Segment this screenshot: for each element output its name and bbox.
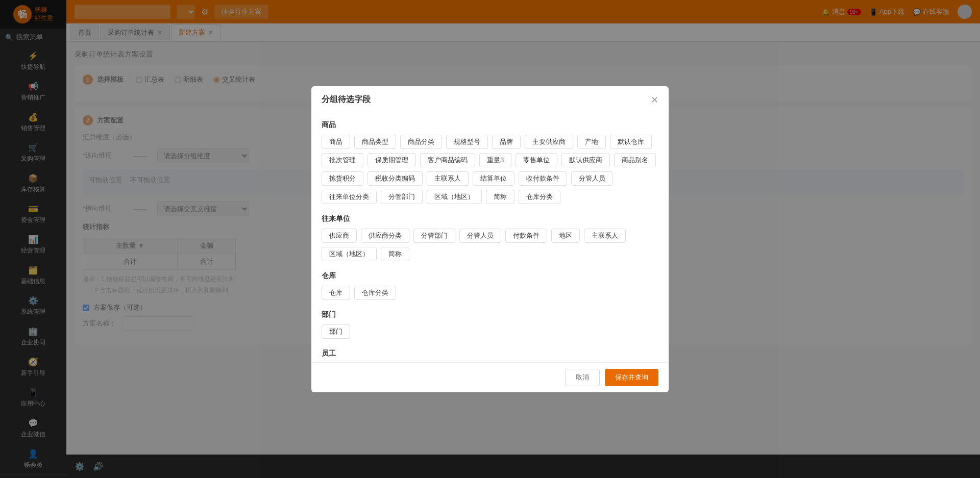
section-product-title: 商品 — [322, 120, 658, 130]
field-product[interactable]: 商品 — [322, 135, 350, 149]
field-short2[interactable]: 简称 — [381, 247, 409, 261]
field-dept-field[interactable]: 部门 — [322, 324, 350, 339]
modal-footer: 取消 保存并查询 — [311, 362, 669, 392]
field-main-supplier[interactable]: 主要供应商 — [525, 135, 573, 149]
field-spec-type[interactable]: 规格型号 — [446, 135, 488, 149]
field-contact[interactable]: 主联系人 — [584, 229, 626, 243]
modal-overlay: 分组待选字段 ✕ 商品 商品 商品类型 商品分类 规格型号 品牌 主要供应商 产… — [0, 0, 980, 478]
section-department-grid: 部门 — [322, 324, 658, 339]
section-warehouse-title: 仓库 — [322, 271, 658, 281]
field-mgmt-dept[interactable]: 分管部门 — [381, 190, 423, 204]
field-brand[interactable]: 品牌 — [492, 135, 521, 149]
field-region-area[interactable]: 区域（地区） — [427, 190, 482, 204]
field-from-unit-category[interactable]: 往来单位分类 — [322, 190, 377, 204]
section-department: 部门 部门 — [322, 310, 658, 339]
modal-save-button[interactable]: 保存并查询 — [605, 369, 658, 386]
field-primary-contact[interactable]: 主联系人 — [427, 171, 469, 186]
field-product-type[interactable]: 商品类型 — [354, 135, 396, 149]
field-dept-person[interactable]: 分管人员 — [459, 229, 501, 243]
field-region2[interactable]: 区域（地区） — [322, 247, 377, 261]
section-warehouse: 仓库 仓库 仓库分类 — [322, 271, 658, 300]
modal-close-button[interactable]: ✕ — [651, 94, 658, 106]
field-payment-cond[interactable]: 付款条件 — [505, 229, 547, 243]
section-warehouse-grid: 仓库 仓库分类 — [322, 286, 658, 300]
field-product-category[interactable]: 商品分类 — [400, 135, 442, 149]
field-payment-terms[interactable]: 收付款条件 — [519, 171, 567, 186]
section-employee: 员工 业务员 — [322, 349, 658, 362]
field-select-modal: 分组待选字段 ✕ 商品 商品 商品类型 商品分类 规格型号 品牌 主要供应商 产… — [311, 86, 669, 392]
field-manager[interactable]: 分管人员 — [571, 171, 613, 186]
section-employee-title: 员工 — [322, 349, 658, 358]
field-settlement-unit[interactable]: 结算单位 — [473, 171, 514, 186]
section-partner: 往来单位 供应商 供应商分类 分管部门 分管人员 付款条件 地区 主联系人 区域… — [322, 214, 658, 261]
field-area[interactable]: 地区 — [551, 229, 580, 243]
field-default-supplier[interactable]: 默认供应商 — [561, 153, 610, 167]
field-short-name[interactable]: 简称 — [486, 190, 514, 204]
section-product-grid: 商品 商品类型 商品分类 规格型号 品牌 主要供应商 产地 默认仓库 批次管理 … — [322, 135, 658, 204]
modal-cancel-button[interactable]: 取消 — [565, 369, 600, 386]
field-default-warehouse[interactable]: 默认仓库 — [610, 135, 652, 149]
modal-body[interactable]: 商品 商品 商品类型 商品分类 规格型号 品牌 主要供应商 产地 默认仓库 批次… — [311, 112, 669, 362]
field-supplier-category[interactable]: 供应商分类 — [361, 229, 409, 243]
field-quality-mgmt[interactable]: 保质期管理 — [368, 153, 416, 167]
section-partner-grid: 供应商 供应商分类 分管部门 分管人员 付款条件 地区 主联系人 区域（地区） … — [322, 229, 658, 261]
field-retail-unit[interactable]: 零售单位 — [516, 153, 557, 167]
field-wh[interactable]: 仓库 — [322, 286, 350, 300]
field-customer-code[interactable]: 客户商品编码 — [420, 153, 475, 167]
field-warehouse-category[interactable]: 仓库分类 — [519, 190, 560, 204]
field-pick-score[interactable]: 拣货积分 — [322, 171, 363, 186]
field-alias[interactable]: 商品别名 — [614, 153, 656, 167]
field-tax-code[interactable]: 税收分类编码 — [368, 171, 423, 186]
section-partner-title: 往来单位 — [322, 214, 658, 223]
field-batch-mgmt[interactable]: 批次管理 — [322, 153, 363, 167]
field-origin[interactable]: 产地 — [577, 135, 606, 149]
field-supplier[interactable]: 供应商 — [322, 229, 357, 243]
section-product: 商品 商品 商品类型 商品分类 规格型号 品牌 主要供应商 产地 默认仓库 批次… — [322, 120, 658, 204]
field-wh-cat[interactable]: 仓库分类 — [354, 286, 396, 300]
modal-header: 分组待选字段 ✕ — [311, 86, 669, 112]
modal-title: 分组待选字段 — [322, 94, 371, 105]
field-dept[interactable]: 分管部门 — [413, 229, 455, 243]
field-weight3[interactable]: 重量3 — [479, 153, 511, 167]
section-department-title: 部门 — [322, 310, 658, 319]
